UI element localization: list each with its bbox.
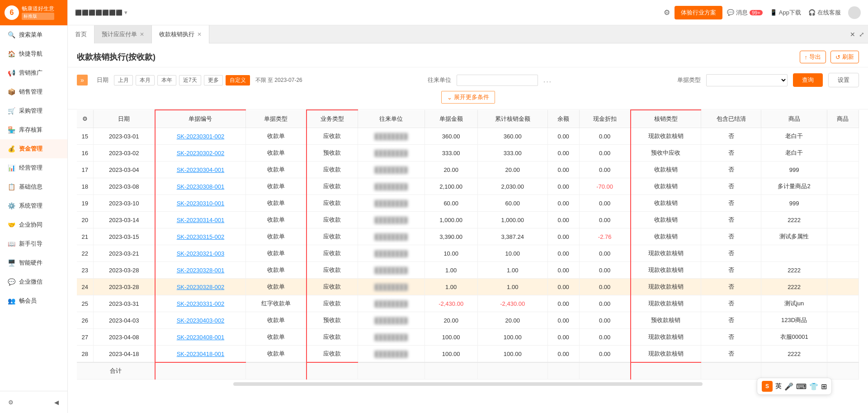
sidebar-label-wechat: 企业微信 [19, 278, 42, 286]
sidebar-label-finance: 资金管理 [19, 145, 42, 153]
bill-no-link[interactable]: SK-20230321-003 [177, 250, 225, 257]
sidebar-item-system[interactable]: ⚙️系统管理 [0, 196, 67, 215]
sidebar-item-member[interactable]: 👥畅会员 [0, 291, 67, 310]
settings-button[interactable]: 设置 [828, 73, 859, 87]
solution-button[interactable]: 体验行业方案 [675, 6, 722, 19]
partner-input[interactable] [457, 75, 538, 86]
keyboard-icon[interactable]: ⌨ [796, 382, 807, 391]
app-download-item[interactable]: 📱 App下载 [770, 9, 801, 17]
apps-icon[interactable]: ⊞ [821, 382, 827, 391]
bill-no-link[interactable]: SK-20230315-002 [177, 233, 225, 240]
sidebar-item-guide[interactable]: 📖新手引导 [0, 234, 67, 253]
sidebar-item-purchase[interactable]: 🛒采购管理 [0, 101, 67, 120]
sidebar-item-sales[interactable]: 📦销售管理 [0, 82, 67, 101]
col-settings[interactable]: ⚙ [77, 110, 93, 128]
user-avatar[interactable] [848, 6, 861, 19]
table-footer: 合计 [77, 362, 859, 380]
date-btn-custom[interactable]: 自定义 [226, 75, 250, 85]
row-bill-no: SK-20230328-001 [155, 262, 246, 279]
close-tab-icon[interactable]: ✕ [850, 31, 855, 38]
row-accum: -2,430.00 [477, 295, 547, 312]
settings-icon[interactable]: ⚙ [5, 396, 17, 408]
row-bill-no: SK-20230308-001 [155, 178, 246, 195]
row-bill-no: SK-20230418-001 [155, 346, 246, 363]
bill-no-link[interactable]: SK-20230304-001 [177, 166, 225, 173]
bill-no-link[interactable]: SK-20230302-002 [177, 150, 225, 157]
date-btn-more[interactable]: 更多 [204, 75, 223, 85]
row-bill-no: SK-20230310-001 [155, 195, 246, 212]
row-goods2 [827, 279, 859, 295]
tab-prepay[interactable]: 预计应应付单 ✕ [94, 25, 152, 43]
date-btn-this-year[interactable]: 本年 [157, 75, 176, 85]
table-row: 17 2023-03-04 SK-20230304-001 收款单 应收款 ██… [77, 161, 859, 178]
refresh-button[interactable]: ↺ 刷新 [830, 51, 859, 63]
bill-no-link[interactable]: SK-20230328-002 [177, 284, 225, 290]
tab-collection[interactable]: 收款核销执行 ✕ [152, 25, 209, 43]
bill-no-link[interactable]: SK-20230308-001 [177, 183, 225, 190]
row-goods2 [827, 245, 859, 262]
bill-no-link[interactable]: SK-20230314-001 [177, 217, 225, 223]
expand-conditions-button[interactable]: ⌄ 展开更多条件 [441, 91, 495, 104]
partner-value: ████████ [374, 267, 408, 274]
row-biz-type: 应收款 [307, 161, 358, 178]
topbar-right: 💬 消息 99+ 📱 App下载 🎧 在线客服 [727, 6, 861, 19]
date-btn-last-month[interactable]: 上月 [114, 75, 133, 85]
mic-icon[interactable]: 🎤 [784, 382, 793, 391]
sidebar-item-search[interactable]: 🔍搜索菜单 [0, 25, 67, 44]
row-discount: 0.00 [579, 245, 630, 262]
bill-no-link[interactable]: SK-20230408-001 [177, 334, 225, 341]
main-area: ⬛⬛⬛⬛⬛⬛⬛ ▾ ⚙ 体验行业方案 💬 消息 99+ 📱 App下载 🎧 在线… [68, 0, 868, 413]
bill-type-label: 单据类型 [677, 76, 701, 84]
bill-no-link[interactable]: SK-20230301-002 [177, 133, 225, 140]
sidebar-item-quick-nav[interactable]: 🏠快捷导航 [0, 44, 67, 63]
bill-no-link[interactable]: SK-20230418-001 [177, 351, 225, 357]
col-bill-no: 单据编号 [155, 110, 246, 128]
sidebar-label-marketing: 营销推广 [19, 69, 42, 77]
row-balance: 0.00 [547, 128, 579, 145]
sidebar-item-basic[interactable]: 📋基础信息 [0, 177, 67, 196]
bill-no-link[interactable]: SK-20230403-002 [177, 317, 225, 324]
sidebar-item-enterprise[interactable]: 🤝企业协同 [0, 215, 67, 234]
date-btn-7days[interactable]: 近7天 [179, 75, 201, 85]
bill-type-select[interactable] [706, 74, 788, 86]
shirt-icon[interactable]: 👕 [809, 382, 818, 391]
sidebar-item-finance[interactable]: 💰资金管理 [0, 139, 67, 158]
tab-collection-close[interactable]: ✕ [197, 31, 202, 38]
row-amount: 360.00 [425, 128, 477, 145]
table-row: 25 2023-03-31 SK-20230331-002 红字收款单 应收款 … [77, 295, 859, 312]
row-amount: 1,000.00 [425, 212, 477, 228]
filter-dots[interactable]: ... [543, 76, 552, 84]
row-bill-no: SK-20230331-002 [155, 295, 246, 312]
row-amount: 1.00 [425, 279, 477, 295]
tab-home[interactable]: 首页 [68, 25, 94, 43]
bill-no-link[interactable]: SK-20230328-001 [177, 267, 225, 274]
col-partner: 往来单位 [358, 110, 425, 128]
expand-tab-icon[interactable]: ⤢ [859, 31, 864, 38]
col-goods2: 商品 [827, 110, 859, 128]
sidebar-item-operation[interactable]: 📊经营管理 [0, 158, 67, 177]
export-button[interactable]: ↑ 导出 [800, 51, 826, 63]
date-btn-this-month[interactable]: 本月 [136, 75, 155, 85]
sidebar: 6 畅康道好生意 标推版 🔍搜索菜单🏠快捷导航📢营销推广📦销售管理🛒采购管理🏪库… [0, 0, 68, 413]
filter-collapse-btn[interactable]: » [77, 75, 88, 85]
tab-prepay-close[interactable]: ✕ [140, 31, 144, 38]
gear-icon[interactable]: ⚙ [664, 8, 670, 17]
dropdown-arrow[interactable]: ▾ [124, 9, 127, 16]
bill-no-link[interactable]: SK-20230310-001 [177, 200, 225, 207]
sidebar-item-marketing[interactable]: 📢营销推广 [0, 63, 67, 82]
partner-value: ████████ [374, 233, 408, 240]
row-balance: 0.00 [547, 161, 579, 178]
query-button[interactable]: 查询 [793, 73, 823, 87]
online-service-item[interactable]: 🎧 在线客服 [808, 9, 841, 17]
partner-value: ████████ [374, 183, 408, 190]
row-goods: 老白干 [761, 145, 827, 161]
sidebar-item-wechat[interactable]: 💬企业微信 [0, 272, 67, 291]
collapse-icon[interactable]: ◀ [50, 396, 63, 408]
sidebar-item-hardware[interactable]: 🖥️智能硬件 [0, 253, 67, 272]
row-amount: 1.00 [425, 262, 477, 279]
messages-item[interactable]: 💬 消息 99+ [727, 9, 763, 17]
row-partner: ████████ [358, 329, 425, 346]
bill-no-link[interactable]: SK-20230331-002 [177, 300, 225, 307]
row-num: 23 [77, 262, 93, 279]
sidebar-item-inventory[interactable]: 🏪库存核算 [0, 120, 67, 139]
